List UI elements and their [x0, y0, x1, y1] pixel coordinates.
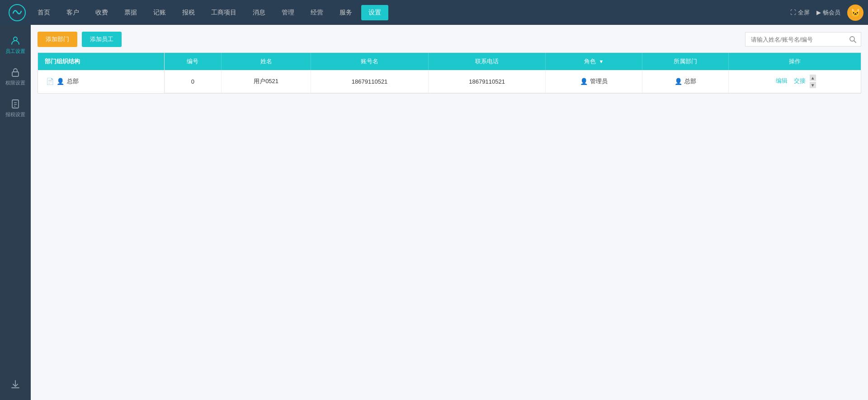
avatar[interactable]: 🐱 — [847, 5, 863, 21]
dept-user-icon: 👤 — [675, 78, 682, 85]
col-account: 账号名 — [311, 53, 429, 70]
content-area: 添加部门 添加员工 部门组织结构 — [31, 25, 868, 400]
fullscreen-button[interactable]: ⛶ 全屏 — [790, 9, 810, 17]
cell-id: 0 — [165, 70, 221, 93]
nav-right: ⛶ 全屏 ▶ 畅会员 🐱 — [790, 5, 863, 21]
cell-operations: 编辑 交接 ▲ ▼ — [729, 70, 861, 93]
fullscreen-icon: ⛶ — [790, 9, 796, 16]
sidebar-bottom — [0, 373, 31, 395]
member-icon: ▶ — [816, 9, 821, 16]
edit-button[interactable]: 编辑 — [776, 77, 788, 84]
sidebar-download-button[interactable] — [0, 373, 31, 395]
nav-business[interactable]: 工商项目 — [203, 0, 245, 25]
tax-report-icon — [10, 99, 20, 109]
col-phone: 联系电话 — [428, 53, 546, 70]
data-table: 编号 姓名 账号名 联系电话 角 — [165, 53, 861, 93]
tree-item-headquarters[interactable]: 📄 👤 总部 — [42, 75, 160, 88]
file-icon: 📄 — [46, 78, 54, 85]
sidebar-item-tax-settings[interactable]: 报税设置 — [0, 93, 31, 124]
top-navigation: 首页 客户 收费 票据 记账 报税 工商项目 消息 管理 经营 服务 设置 ⛶ … — [0, 0, 868, 25]
download-icon — [10, 379, 20, 389]
employee-icon — [10, 36, 20, 46]
search-input[interactable] — [745, 32, 844, 47]
svg-rect-2 — [12, 72, 19, 76]
nav-operation[interactable]: 经营 — [302, 0, 331, 25]
add-employee-button[interactable]: 添加员工 — [82, 32, 122, 47]
table-body: 0 用户0521 18679110521 18679110521 👤 管理员 — [165, 70, 861, 93]
table-row: 0 用户0521 18679110521 18679110521 👤 管理员 — [165, 70, 861, 93]
tree-panel: 部门组织结构 📄 👤 总部 — [38, 53, 165, 93]
logo[interactable] — [5, 0, 29, 25]
add-department-button[interactable]: 添加部门 — [38, 32, 77, 47]
nav-home[interactable]: 首页 — [29, 0, 58, 25]
col-role[interactable]: 角色 ▼ — [546, 53, 642, 70]
member-button[interactable]: ▶ 畅会员 — [816, 9, 840, 17]
sidebar: 员工设置 权限设置 报税设置 — [0, 25, 31, 400]
nav-billing[interactable]: 收费 — [87, 0, 116, 25]
nav-items: 首页 客户 收费 票据 记账 报税 工商项目 消息 管理 经营 服务 设置 — [29, 0, 790, 25]
cell-dept: 👤 总部 — [642, 70, 728, 93]
nav-invoice[interactable]: 票据 — [116, 0, 145, 25]
col-dept: 所属部门 — [642, 53, 728, 70]
transfer-button[interactable]: 交接 — [794, 77, 806, 84]
svg-rect-3 — [12, 100, 19, 108]
svg-line-9 — [854, 41, 856, 42]
tree-body: 📄 👤 总部 — [38, 70, 164, 93]
table-layout: 部门组织结构 📄 👤 总部 编号 — [38, 52, 861, 94]
user-group-icon: 👤 — [57, 78, 64, 85]
filter-icon: ▼ — [599, 59, 604, 64]
role-user-icon: 👤 — [580, 78, 588, 85]
nav-customer[interactable]: 客户 — [58, 0, 87, 25]
scroll-up-button[interactable]: ▲ — [810, 75, 816, 81]
cell-account: 18679110521 — [311, 70, 429, 93]
nav-manage[interactable]: 管理 — [274, 0, 302, 25]
lock-icon — [10, 67, 20, 77]
main-layout: 员工设置 权限设置 报税设置 — [0, 25, 868, 400]
nav-settings[interactable]: 设置 — [361, 5, 388, 20]
sidebar-item-employee-settings[interactable]: 员工设置 — [0, 29, 31, 61]
employee-table: 编号 姓名 账号名 联系电话 角 — [165, 53, 861, 93]
table-header: 编号 姓名 账号名 联系电话 角 — [165, 53, 861, 70]
logo-icon — [9, 4, 26, 21]
nav-tax[interactable]: 报税 — [174, 0, 203, 25]
cell-phone: 18679110521 — [428, 70, 546, 93]
tree-header: 部门组织结构 — [38, 53, 164, 70]
cell-role: 👤 管理员 — [546, 70, 642, 93]
scroll-down-button[interactable]: ▼ — [810, 82, 816, 88]
nav-service[interactable]: 服务 — [331, 0, 360, 25]
search-icon — [849, 36, 856, 43]
action-bar: 添加部门 添加员工 — [38, 32, 861, 47]
nav-message[interactable]: 消息 — [245, 0, 274, 25]
row-scroll-controls: ▲ ▼ — [810, 75, 816, 88]
sidebar-item-permission-settings[interactable]: 权限设置 — [0, 61, 31, 93]
nav-accounting[interactable]: 记账 — [145, 0, 174, 25]
search-button[interactable] — [844, 32, 861, 47]
svg-point-1 — [14, 37, 17, 41]
col-id: 编号 — [165, 53, 221, 70]
search-area — [745, 32, 861, 47]
col-name: 姓名 — [221, 53, 311, 70]
cell-name: 用户0521 — [221, 70, 311, 93]
col-actions: 操作 — [729, 53, 861, 70]
